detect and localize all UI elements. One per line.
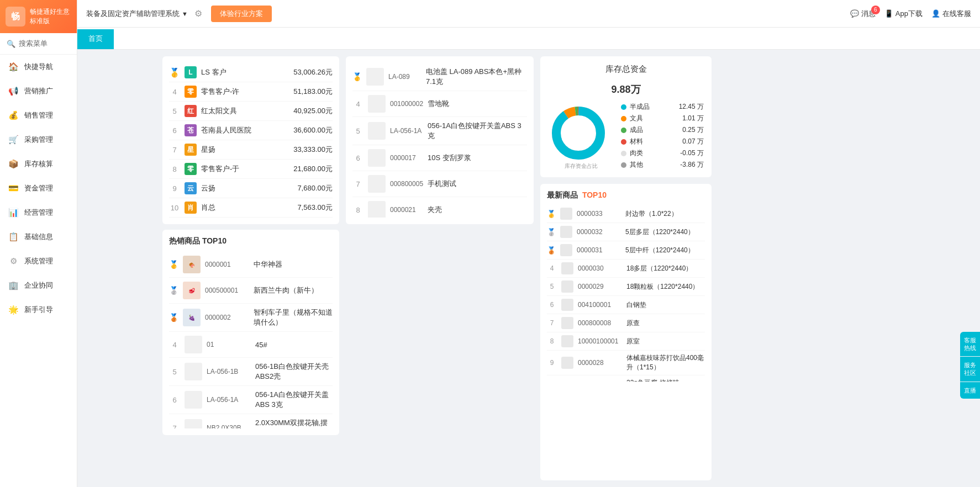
marketing-icon: 📢 xyxy=(8,86,19,97)
enterprise-icon: 🏢 xyxy=(8,280,19,291)
experience-btn[interactable]: 体验行业方案 xyxy=(211,6,272,22)
hot-products-title: 热销商品 TOP10 xyxy=(169,236,333,246)
new-product-item: 7 000800008 原查 xyxy=(547,314,705,332)
rank-medal: 🥇 xyxy=(169,260,178,269)
product-img xyxy=(368,122,386,140)
np-img xyxy=(561,299,573,311)
message-btn[interactable]: 💬 消息 6 xyxy=(850,9,876,19)
product-img xyxy=(368,95,386,113)
legend-item: 其他 -3.86 万 xyxy=(621,160,704,170)
product-img xyxy=(368,201,386,218)
middle-product-item: 5 LA-056-1A 056-1A白色按键开关盖ABS 3克 xyxy=(352,117,527,145)
np-img xyxy=(561,317,573,329)
settings-icon[interactable]: ⚙ xyxy=(194,8,202,19)
inventory-panel: 库存总资金 9.88万 xyxy=(540,56,712,177)
product-img: 🥩 xyxy=(183,282,201,299)
sidebar-item-quick-nav[interactable]: 🏠 快捷导航 xyxy=(0,55,77,79)
float-live-btn[interactable]: 直播 xyxy=(960,382,980,399)
middle-product-item: 6 0000017 10S 变刮罗浆 xyxy=(352,145,527,171)
sidebar-item-inventory[interactable]: 📦 库存核算 xyxy=(0,152,77,176)
legend-dot xyxy=(621,104,626,110)
sidebar-item-basic[interactable]: 📋 基础信息 xyxy=(0,225,77,249)
sidebar: 畅 畅捷通好生意 标准版 🔍 搜索菜单 🏠 快捷导航 📢 营销推广 💰 销售管理… xyxy=(0,0,77,487)
search-icon: 🔍 xyxy=(7,40,15,48)
online-service-btn[interactable]: 👤 在线客服 xyxy=(931,9,971,19)
rank-badge: 苍 xyxy=(185,124,197,136)
float-hotline-btn[interactable]: 客服热线 xyxy=(960,332,980,357)
middle-product-item: 7 000800005 手机测试 xyxy=(352,171,527,197)
sidebar-search[interactable]: 🔍 搜索菜单 xyxy=(0,33,77,55)
new-product-item: 8 10000100001 原室 xyxy=(547,332,705,351)
svg-point-1 xyxy=(556,111,600,155)
middle-product-item: 8 0000021 夹壳 xyxy=(352,197,527,218)
new-product-item: 4 0000030 18多层（1220*2440） xyxy=(547,260,705,278)
legend-dot xyxy=(621,139,626,145)
legend-item: 半成品 12.45 万 xyxy=(621,102,704,112)
legend-dot xyxy=(621,128,626,133)
new-products-title: 最新商品 TOP10 xyxy=(547,190,705,200)
hot-product-item: 🥇 🍖 0000001 中华神器 xyxy=(169,252,333,278)
sidebar-item-enterprise[interactable]: 🏢 企业协同 xyxy=(0,273,77,298)
sidebar-item-guide[interactable]: 🌟 新手引导 xyxy=(0,298,77,322)
product-img xyxy=(185,363,202,380)
hot-product-item: 🥈 🥩 000500001 新西兰牛肉（新牛） xyxy=(169,278,333,304)
product-img: 🍇 xyxy=(183,309,201,326)
rank-item: 4 零 零售客户-许 51,183.00元 xyxy=(169,82,333,102)
sidebar-item-operations[interactable]: 📊 经营管理 xyxy=(0,200,77,225)
new-product-item: 🥈 0000032 5层多层（1220*2440） xyxy=(547,223,705,241)
inventory-icon: 📦 xyxy=(8,158,19,170)
hot-products-panel: 热销商品 TOP10 🥇 🍖 0000001 中华神器 🥈 🥩 00050000… xyxy=(162,230,339,435)
app-download-btn[interactable]: 📱 App下载 xyxy=(884,9,923,19)
inventory-title: 库存总资金 xyxy=(548,64,704,75)
rank-medal: 🥉 xyxy=(547,246,556,255)
new-product-item: 🥇 0000033 封边带（1.0*22） xyxy=(547,205,705,223)
product-img xyxy=(185,419,202,428)
nav-tabs: 首页 xyxy=(77,28,980,50)
sidebar-item-finance[interactable]: 💳 资金管理 xyxy=(0,176,77,200)
system-icon: ⚙ xyxy=(8,256,19,267)
home-icon: 🏠 xyxy=(8,61,19,72)
middle-product-item: 4 001000002 雪地靴 xyxy=(352,91,527,117)
hot-product-item: 5 LA-056-1B 056-1B白色按键开关壳ABS2壳 xyxy=(169,358,333,386)
legend-dot xyxy=(621,162,626,168)
rank-badge: L xyxy=(185,66,197,78)
basic-icon: 📋 xyxy=(8,231,19,242)
rank-medal: 🥈 xyxy=(547,228,556,236)
product-img xyxy=(366,68,384,86)
sidebar-item-purchase[interactable]: 🛒 采购管理 xyxy=(0,128,77,152)
rank-item: 🥇 L LS 客户 53,006.26元 xyxy=(169,63,333,82)
new-product-item: 9 0000028 体械嘉枝味苏打饮品400毫升（1*15） xyxy=(547,351,705,375)
np-img xyxy=(560,208,572,220)
sidebar-item-sales[interactable]: 💰 销售管理 xyxy=(0,103,77,128)
donut-label: 库存资金占比 xyxy=(565,162,598,170)
service-icon: 👤 xyxy=(931,9,940,18)
legend-item: 肉类 -0.05 万 xyxy=(621,149,704,158)
message-icon: 💬 xyxy=(850,9,859,18)
header-right: 💬 消息 6 📱 App下载 👤 在线客服 xyxy=(850,9,971,19)
sidebar-logo[interactable]: 畅 畅捷通好生意 标准版 xyxy=(0,0,77,33)
np-img xyxy=(561,262,573,274)
operations-icon: 📊 xyxy=(8,207,19,218)
float-community-btn[interactable]: 服务社区 xyxy=(960,357,980,382)
middle-product-item: 🥇 LA-089 电池盖 LA-089 ABS本色+黑种 7.1克 xyxy=(352,63,527,91)
np-img xyxy=(561,280,573,293)
main-content: 🥇 L LS 客户 53,006.26元 4 零 零售客户-许 51,183.0… xyxy=(77,50,980,487)
sidebar-item-marketing[interactable]: 📢 营销推广 xyxy=(0,79,77,103)
float-service: 客服热线 服务社区 直播 xyxy=(960,332,980,399)
new-product-item: 5 0000029 18颗粒板（1220*2440） xyxy=(547,278,705,296)
purchase-icon: 🛒 xyxy=(8,134,19,145)
new-product-item: 🥉 0000031 5层中纤（1220*2440） xyxy=(547,241,705,260)
product-img xyxy=(368,149,386,167)
sidebar-item-system[interactable]: ⚙ 系统管理 xyxy=(0,249,77,273)
rank-badge: 零 xyxy=(185,163,197,175)
logo-text: 畅捷通好生意 标准版 xyxy=(30,7,70,26)
header-system-title[interactable]: 装备及固定资产辅助管理系统 ▼ xyxy=(86,9,188,19)
rank-badge: 肖 xyxy=(185,202,197,214)
np-img xyxy=(560,226,572,238)
top-header: 装备及固定资产辅助管理系统 ▼ ⚙ 体验行业方案 💬 消息 6 📱 App下载 … xyxy=(77,0,980,28)
new-product-item: 10 003800001 22g鱼豆腐-烧烤味（1*12*20） xyxy=(547,375,705,382)
guide-icon: 🌟 xyxy=(8,304,19,315)
hot-product-item: 6 LA-056-1A 056-1A白色按键开关盖ABS 3克 xyxy=(169,386,333,414)
tab-home[interactable]: 首页 xyxy=(77,29,114,49)
product-img: 🍖 xyxy=(183,256,201,273)
